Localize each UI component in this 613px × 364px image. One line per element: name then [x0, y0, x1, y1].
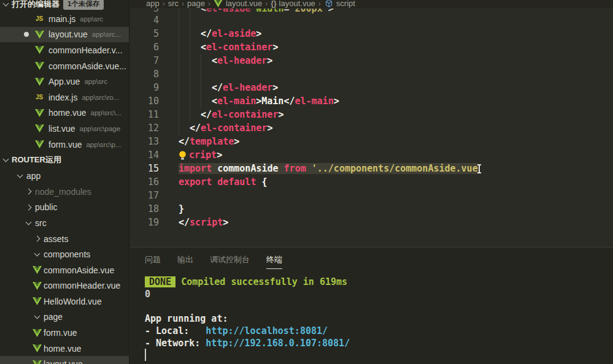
vue-file-icon — [32, 266, 42, 274]
file-path: app\src — [84, 78, 107, 85]
code-content: </script> — [179, 216, 228, 229]
indent-guide — [190, 94, 201, 108]
tree-item-label: commonAside.vue — [44, 265, 114, 275]
tree-folder-node_modules[interactable]: node_modules — [0, 184, 129, 200]
breadcrumb-item-script[interactable]: script — [324, 0, 355, 8]
terminal-url-link[interactable]: 8081 — [300, 325, 322, 336]
breadcrumb-item-layout.vue[interactable]: layout.vue — [214, 0, 262, 8]
indent-guide — [201, 54, 212, 67]
code-line-14[interactable]: 14cript> — [130, 148, 613, 162]
code-line-13[interactable]: 13</template> — [130, 135, 613, 148]
line-number: 5 — [130, 28, 159, 39]
open-editors-title: 打开的编辑器 — [12, 0, 60, 10]
code-content: <el-container> — [179, 40, 278, 54]
tree-folder-components[interactable]: components — [0, 246, 129, 262]
code-line-3[interactable]: 3<el-aside width="200px"> — [130, 9, 613, 13]
breadcrumb-item-src[interactable]: src — [168, 0, 179, 8]
tree-file-commonHeader.vue[interactable]: commonHeader.vue — [0, 278, 129, 294]
terminal-line: - Local: http://localhost:8081/ — [145, 325, 613, 337]
terminal-url-link[interactable]: http://192.168.0.107: — [206, 338, 322, 349]
terminal-url-link[interactable]: / — [344, 338, 350, 349]
tree-folder-assets[interactable]: assets — [0, 231, 129, 247]
code-line-10[interactable]: 10<el-main>Main</el-main> — [130, 94, 613, 108]
panel-tab-终端[interactable]: 终端 — [266, 254, 282, 269]
code-content — [179, 67, 212, 81]
panel-tab-调试控制台[interactable]: 调试控制台 — [210, 254, 250, 269]
tree-folder-public[interactable]: public — [0, 200, 129, 216]
tree-file-layout.vue[interactable]: layout.vue — [0, 356, 129, 364]
tree-folder-app[interactable]: app — [0, 168, 129, 184]
dirty-dot-icon — [24, 32, 29, 37]
tree-item-label: src — [35, 218, 47, 228]
terminal-url-link[interactable]: 8081 — [322, 338, 344, 349]
code-line-19[interactable]: 19</script> — [130, 216, 613, 229]
code-line-15[interactable]: 15import commonAside from '../components… — [130, 162, 613, 175]
open-editor-item[interactable]: JSindex.jsapp\src\ro... — [0, 89, 129, 105]
tree-folder-src[interactable]: src — [0, 215, 129, 231]
breadcrumb-item-page[interactable]: page — [187, 0, 205, 8]
breadcrumb-label: layout.vue — [279, 0, 315, 8]
open-editor-item[interactable]: form.vueapp\src\p... — [0, 137, 129, 153]
vue-file-icon — [34, 78, 44, 86]
breadcrumb-separator: › — [265, 0, 268, 8]
terminal-line — [145, 300, 613, 313]
code-line-18[interactable]: 18} — [130, 202, 613, 216]
code-content: </el-container> — [179, 121, 272, 135]
indent-guide — [190, 54, 201, 67]
code-line-5[interactable]: 5</el-aside> — [130, 27, 613, 40]
code-lines: 45</el-aside>6<el-container>7<el-header>… — [130, 13, 613, 229]
indent-guide — [179, 13, 190, 27]
open-editor-item[interactable]: JSmain.jsapp\src — [0, 11, 129, 27]
terminal-url-link[interactable]: / — [322, 325, 328, 336]
code-editor[interactable]: app›src›page›layout.vue›{}layout.vue›scr… — [130, 0, 613, 247]
file-name: form.vue — [48, 140, 82, 150]
code-line-7[interactable]: 7<el-header> — [130, 54, 613, 67]
breadcrumb-item-layout.vue[interactable]: {}layout.vue — [271, 0, 315, 8]
file-tree: appnode_modulespublicsrcassetscomponents… — [0, 168, 129, 364]
panel-tabs: 问题输出调试控制台终端 — [130, 248, 613, 269]
breadcrumb-separator: › — [208, 0, 210, 8]
code-line-6[interactable]: 6<el-container> — [130, 40, 613, 54]
code-line-8[interactable]: 8 — [130, 67, 613, 81]
tree-file-commonAside.vue[interactable]: commonAside.vue — [0, 262, 129, 278]
breadcrumb-separator: › — [163, 0, 165, 8]
open-editor-item[interactable]: home.vueapp\src\... — [0, 105, 129, 121]
code-line-12[interactable]: 12</el-container> — [130, 121, 613, 135]
panel-tab-输出[interactable]: 输出 — [177, 254, 193, 269]
line-number: 10 — [130, 96, 159, 107]
open-editor-item[interactable]: commonHeader.v... — [0, 42, 129, 58]
panel-tab-问题[interactable]: 问题 — [145, 254, 161, 269]
vue-file-icon — [32, 282, 42, 290]
tree-file-form.vue[interactable]: form.vue — [0, 325, 129, 341]
indent-guide — [179, 9, 190, 13]
code-line-9[interactable]: 9</el-header> — [130, 81, 613, 94]
open-editor-item[interactable]: App.vueapp\src — [0, 74, 129, 89]
tree-item-label: layout.vue — [44, 359, 83, 364]
file-path: app\src — [80, 15, 103, 23]
open-editor-item[interactable]: layout.vueapp\src... — [0, 27, 129, 43]
open-editor-item[interactable]: commonAside.vue... — [0, 58, 129, 74]
tree-file-HelloWorld.vue[interactable]: HelloWorld.vue — [0, 294, 129, 309]
code-line-16[interactable]: 16export default { — [130, 175, 613, 189]
indent-guide — [179, 54, 190, 67]
file-name: list.vue — [48, 124, 75, 134]
bottom-panel: 问题输出调试控制台终端 DONECompiled successfully in… — [130, 247, 613, 364]
terminal-url-link[interactable]: http://localhost: — [206, 325, 300, 336]
breadcrumb-item-app[interactable]: app — [146, 0, 160, 8]
open-editor-item[interactable]: list.vueapp\src\page — [0, 121, 129, 137]
vue-file-icon — [214, 0, 223, 7]
line-number: 18 — [130, 203, 159, 214]
indent-guide — [201, 81, 212, 94]
line-number: 17 — [130, 190, 159, 201]
indent-guide — [179, 40, 190, 54]
tree-folder-page[interactable]: page — [0, 309, 129, 325]
code-line-11[interactable]: 11</el-container> — [130, 108, 613, 121]
line-number: 12 — [130, 123, 159, 134]
code-line-17[interactable]: 17 — [130, 189, 613, 202]
lightbulb-icon[interactable] — [179, 151, 187, 160]
code-line-4[interactable]: 4 — [130, 13, 613, 27]
tree-file-home.vue[interactable]: home.vue — [0, 341, 129, 357]
unsaved-count-badge: 1个未保存 — [63, 0, 104, 10]
open-editors-header[interactable]: 打开的编辑器 1个未保存 — [0, 0, 129, 11]
explorer-section-header[interactable]: ROUTER运用 — [0, 152, 129, 168]
